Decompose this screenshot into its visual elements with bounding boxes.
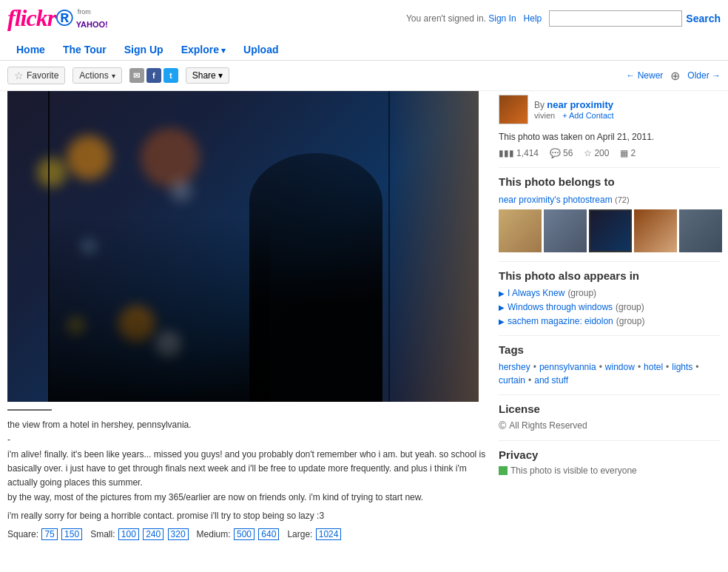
flickr-logo: flickr® from YAHOO! xyxy=(7,4,108,32)
views-stat: ▮▮▮ 1,414 xyxy=(499,148,539,158)
large-label: Large: xyxy=(287,529,314,539)
social-icons: ✉ f t xyxy=(129,68,178,83)
tag-window[interactable]: window xyxy=(605,362,635,372)
group-link-3[interactable]: sachem magazine: eidolon xyxy=(508,316,613,326)
photo-navigation: ← Newer ⊕ Older → xyxy=(626,69,721,83)
tag-dot-1: • xyxy=(533,362,536,372)
license-section: License © All Rights Reserved xyxy=(499,394,721,431)
views-icon: ▮▮▮ xyxy=(499,148,514,158)
group-link-2[interactable]: Windows through windows xyxy=(508,302,613,312)
email-icon[interactable]: ✉ xyxy=(129,68,144,83)
size-150[interactable]: 150 xyxy=(61,528,82,540)
nav-signup[interactable]: Sign Up xyxy=(115,39,172,60)
help-link[interactable]: Help xyxy=(524,13,542,24)
actions-arrow-icon: ▾ xyxy=(112,72,115,80)
zoom-icon[interactable]: ⊕ xyxy=(670,69,680,83)
share-arrow-icon: ▾ xyxy=(218,70,223,81)
favorites-stat: ☆ 200 xyxy=(584,148,609,158)
facebook-icon[interactable]: f xyxy=(146,68,161,83)
actions-button[interactable]: Actions ▾ xyxy=(73,67,121,84)
comments-icon: 💬 xyxy=(550,148,561,158)
size-240[interactable]: 240 xyxy=(143,528,164,540)
photo-date: This photo was taken on April 21, 2011. xyxy=(499,132,721,142)
size-1024[interactable]: 1024 xyxy=(316,528,342,540)
author-info: By near proximity vivien + Add Contact xyxy=(534,99,614,121)
favorite-button[interactable]: ☆ Favorite xyxy=(7,67,65,84)
star-icon: ☆ xyxy=(14,70,24,81)
tag-hotel[interactable]: hotel xyxy=(644,362,663,372)
size-500[interactable]: 500 xyxy=(234,528,255,540)
search-button[interactable]: Search xyxy=(686,13,721,24)
signin-link[interactable]: Sign In xyxy=(488,13,516,24)
main-photo xyxy=(7,91,479,402)
photo-area: the view from a hotel in hershey, pennsy… xyxy=(7,91,488,547)
tags-title: Tags xyxy=(499,335,721,356)
size-75[interactable]: 75 xyxy=(41,528,57,540)
privacy-icon xyxy=(499,466,508,475)
appears-in-title: This photo also appears in xyxy=(499,261,721,282)
nav-upload[interactable]: Upload xyxy=(235,39,287,60)
share-label: Share xyxy=(192,70,216,81)
comments-stat: 💬 56 xyxy=(550,148,573,158)
favorites-count: 200 xyxy=(594,148,609,158)
size-320[interactable]: 320 xyxy=(168,528,189,540)
yahoo-text: YAHOO! xyxy=(76,20,108,29)
sets-stat: ▦ 2 xyxy=(620,148,636,158)
comments-count: 56 xyxy=(563,148,573,158)
tag-dot-5: • xyxy=(695,362,698,372)
tag-lights[interactable]: lights xyxy=(672,362,692,372)
photostream-link[interactable]: near proximity's photostream (72) xyxy=(499,195,630,205)
favorite-label: Favorite xyxy=(27,70,58,81)
thumbnail-4[interactable] xyxy=(634,209,677,252)
stats-row: ▮▮▮ 1,414 💬 56 ☆ 200 ▦ 2 xyxy=(499,148,721,158)
tag-hershey[interactable]: hershey xyxy=(499,362,530,372)
author-name-link[interactable]: near proximity xyxy=(547,99,613,110)
sets-count: 2 xyxy=(630,148,636,158)
thumbnail-3[interactable] xyxy=(589,209,632,252)
size-640[interactable]: 640 xyxy=(258,528,279,540)
group-arrow-icon-2: ▶ xyxy=(499,303,505,312)
medium-label: Medium: xyxy=(197,529,233,539)
tag-dot-2: • xyxy=(599,362,602,372)
group-arrow-icon-3: ▶ xyxy=(499,317,505,326)
size-100[interactable]: 100 xyxy=(118,528,139,540)
description-dash: - xyxy=(7,434,488,445)
tags-list: hershey • pennsylvannia • window • hotel… xyxy=(499,362,721,386)
thumbnail-2[interactable] xyxy=(544,209,587,252)
tag-curtain[interactable]: curtain xyxy=(499,375,525,386)
thumbnail-5[interactable] xyxy=(679,209,722,252)
tag-pennsylvannia[interactable]: pennsylvannia xyxy=(539,362,596,372)
belongs-title: This photo belongs to xyxy=(499,167,721,188)
search-input[interactable] xyxy=(549,10,682,27)
description-extra: i'm really sorry for being a horrible co… xyxy=(7,509,488,523)
yahoo-from: from xyxy=(78,8,108,16)
license-text: © All Rights Reserved xyxy=(499,420,721,431)
sizes-line: Square: 75 150 Small: 100 240 320 Medium… xyxy=(7,529,488,539)
author-username: vivien xyxy=(534,111,555,120)
newer-button[interactable]: ← Newer xyxy=(626,70,663,81)
photostream-thumbnails xyxy=(499,209,721,252)
twitter-icon[interactable]: t xyxy=(164,68,178,83)
license-value: All Rights Reserved xyxy=(509,420,587,431)
group-link-1[interactable]: I Always Knew xyxy=(508,288,564,298)
tags-section: hershey • pennsylvannia • window • hotel… xyxy=(499,362,721,386)
thumbnail-1[interactable] xyxy=(499,209,542,252)
divider xyxy=(7,409,52,411)
photo-container xyxy=(7,91,488,402)
main-nav: Home The Tour Sign Up Explore Upload xyxy=(7,35,721,60)
avatar xyxy=(499,95,528,124)
description-area: the view from a hotel in hershey, pennsy… xyxy=(7,418,488,547)
nav-tour[interactable]: The Tour xyxy=(54,39,115,60)
tag-and-stuff[interactable]: and stuff xyxy=(534,375,568,386)
group-arrow-icon-1: ▶ xyxy=(499,289,505,297)
actions-label: Actions xyxy=(79,70,108,81)
share-button[interactable]: Share ▾ xyxy=(186,67,229,84)
nav-home[interactable]: Home xyxy=(7,39,54,60)
license-title: License xyxy=(499,403,721,415)
photostream-link-text: near proximity's photostream xyxy=(499,195,613,205)
nav-explore[interactable]: Explore xyxy=(172,39,235,60)
group-label-2: (group) xyxy=(616,302,644,312)
older-button[interactable]: Older → xyxy=(687,70,721,81)
tag-dot-4: • xyxy=(666,362,669,372)
add-contact-link[interactable]: + Add Contact xyxy=(562,111,613,120)
